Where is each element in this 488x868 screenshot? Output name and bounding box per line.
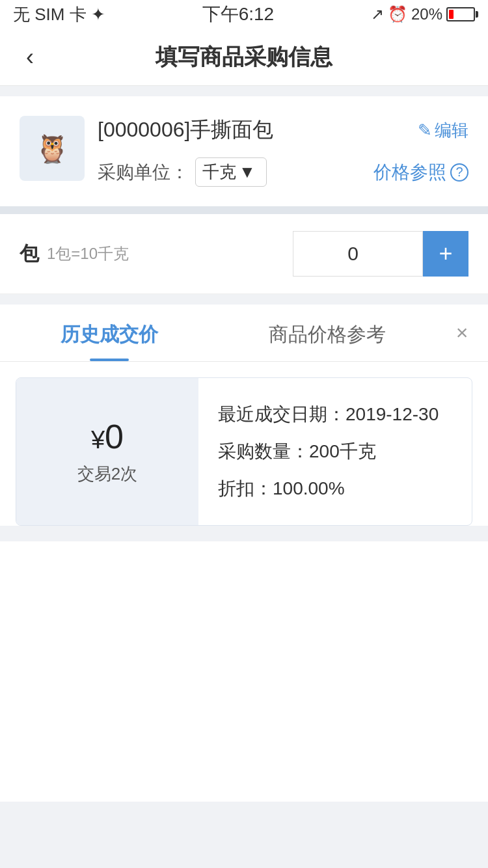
status-time: 下午6:12	[202, 2, 275, 27]
battery-percent: 20%	[411, 5, 442, 23]
price-details: 最近成交日期：2019-12-30 采购数量：200千克 折扣：100.00%	[198, 378, 472, 525]
currency-symbol: ¥	[91, 426, 105, 454]
sim-signal: 无 SIM 卡 ✦	[13, 3, 105, 26]
battery-icon	[446, 7, 475, 21]
back-button[interactable]: ‹	[20, 37, 40, 77]
purchase-qty-row: 采购数量：200千克	[218, 439, 452, 464]
history-price-card: ¥0 交易2次 最近成交日期：2019-12-30 采购数量：200千克 折扣：…	[16, 377, 472, 526]
alarm-icon: ⏰	[388, 5, 407, 23]
tab-section: 历史成交价 商品价格参考 × ¥0 交易2次 最近成交日期：2019-12-30…	[0, 305, 488, 526]
nav-bar: ‹ 填写商品采购信息	[0, 29, 488, 86]
purchase-unit: 采购单位： 千克 ▼	[98, 157, 267, 187]
latest-date-row: 最近成交日期：2019-12-30	[218, 401, 452, 427]
tab-history-price[interactable]: 历史成交价	[0, 305, 218, 361]
section-divider	[0, 206, 488, 214]
product-info: [0000006]手撕面包 ✎ 编辑 采购单位： 千克 ▼ 价格参照 ?	[98, 116, 468, 187]
quantity-input[interactable]	[293, 231, 423, 277]
tab-product-price-ref[interactable]: 商品价格参考	[218, 305, 436, 361]
product-name: [0000006]手撕面包	[98, 116, 273, 144]
product-logo-icon: 🦉	[35, 133, 69, 165]
discount-row: 折扣：100.00%	[218, 476, 452, 501]
page-title: 填写商品采购信息	[156, 42, 332, 72]
product-name-row: [0000006]手撕面包 ✎ 编辑	[98, 116, 468, 144]
quantity-label: 包 1包=10千克	[20, 241, 129, 267]
transaction-count: 交易2次	[77, 463, 137, 485]
product-thumbnail: 🦉	[20, 116, 85, 181]
status-bar: 无 SIM 卡 ✦ 下午6:12 ↗ ⏰ 20%	[0, 0, 488, 29]
status-right: ↗ ⏰ 20%	[371, 5, 475, 23]
dropdown-icon: ▼	[239, 162, 256, 182]
bottom-space	[0, 541, 488, 802]
tab-bar: 历史成交价 商品价格参考 ×	[0, 305, 488, 362]
help-icon: ?	[450, 163, 468, 182]
status-left: 无 SIM 卡 ✦	[13, 3, 105, 26]
location-icon: ↗	[371, 5, 384, 23]
price-summary: ¥0 交易2次	[16, 378, 198, 525]
qty-unit-badge: 包	[20, 241, 39, 267]
purchase-row: 采购单位： 千克 ▼ 价格参照 ?	[98, 157, 468, 187]
qty-unit-hint: 1包=10千克	[47, 243, 129, 264]
edit-button[interactable]: ✎ 编辑	[418, 119, 468, 142]
edit-icon: ✎	[418, 120, 432, 141]
price-value: ¥0	[91, 417, 124, 456]
quantity-input-group: +	[293, 231, 468, 277]
product-card: 🦉 [0000006]手撕面包 ✎ 编辑 采购单位： 千克 ▼ 价格参照 ?	[0, 96, 488, 206]
quantity-row: 包 1包=10千克 +	[0, 214, 488, 294]
price-ref-button[interactable]: 价格参照 ?	[373, 160, 468, 185]
quantity-plus-button[interactable]: +	[423, 231, 468, 277]
tab-close-button[interactable]: ×	[436, 308, 488, 358]
unit-select[interactable]: 千克 ▼	[195, 157, 267, 187]
